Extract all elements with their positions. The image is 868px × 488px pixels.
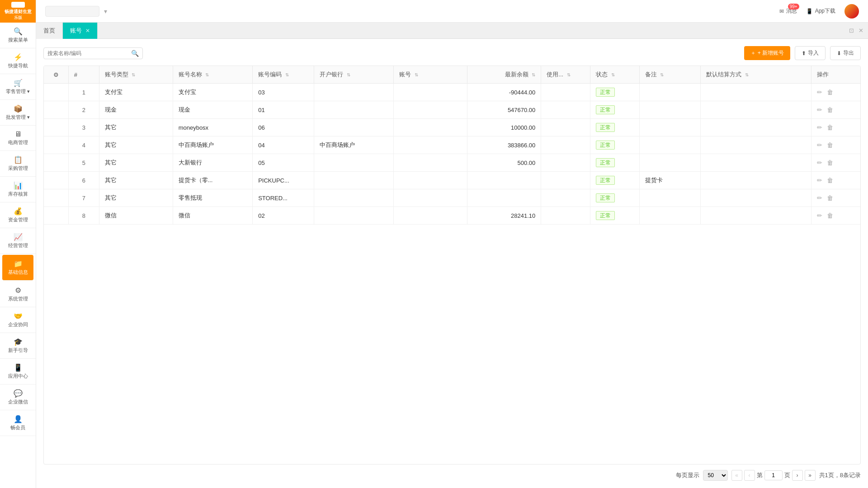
action-icons: ✏ 🗑	[817, 177, 855, 184]
sidebar-item-guide[interactable]: 🎓 新手引导	[0, 333, 36, 359]
delete-icon[interactable]: 🗑	[827, 177, 833, 184]
tab-home[interactable]: 首页	[36, 23, 63, 39]
row-action-cell: ✏ 🗑	[811, 172, 860, 189]
sidebar-item-basic[interactable]: 📁 基础信息	[2, 255, 33, 281]
col-default[interactable]: 默认结算方式 ⇅	[701, 66, 811, 84]
col-code[interactable]: 账号编码 ⇅	[253, 66, 314, 84]
sidebar-item-operations[interactable]: 📈 经营管理	[0, 228, 36, 254]
row-name-cell: 中百商场账户	[173, 136, 253, 154]
row-settings-cell	[44, 189, 68, 207]
delete-icon[interactable]: 🗑	[827, 124, 833, 131]
delete-icon[interactable]: 🗑	[827, 212, 833, 219]
member-icon: 👤	[2, 415, 33, 423]
message-button[interactable]: ✉ 消息 99+	[779, 7, 797, 15]
row-num-cell: 1	[68, 84, 99, 101]
page-number-input[interactable]	[764, 470, 783, 480]
avatar[interactable]	[844, 4, 859, 19]
col-bank[interactable]: 开户银行 ⇅	[314, 66, 394, 84]
delete-icon[interactable]: 🗑	[827, 194, 833, 202]
row-name-cell: moneybosx	[173, 119, 253, 136]
row-balance-cell: -90444.00	[467, 84, 541, 101]
sidebar-item-wholesale[interactable]: 📦 批发管理 ▾	[0, 100, 36, 126]
status-badge: 正常	[596, 105, 615, 114]
tab-accounts[interactable]: 账号 ✕	[63, 23, 98, 39]
row-num-cell: 5	[68, 154, 99, 172]
window-close-icon[interactable]: ✕	[859, 27, 863, 34]
col-action: 操作	[811, 66, 860, 84]
sidebar-item-appcenter[interactable]: 📱 应用中心	[0, 359, 36, 385]
edit-icon[interactable]: ✏	[817, 159, 822, 166]
row-name-cell: 提货卡（零...	[173, 172, 253, 189]
col-num: #	[68, 66, 99, 84]
row-use-cell	[541, 101, 590, 119]
prev-page-button[interactable]: ‹	[744, 470, 755, 481]
col-use[interactable]: 使用... ⇅	[541, 66, 590, 84]
sidebar-item-member[interactable]: 👤 畅会员	[0, 410, 36, 436]
col-balance[interactable]: 最新余额 ⇅	[467, 66, 541, 84]
row-action-cell: ✏ 🗑	[811, 136, 860, 154]
sidebar-item-search[interactable]: 🔍 搜索菜单	[0, 23, 36, 48]
topbar-search-input[interactable]	[45, 6, 99, 17]
col-type[interactable]: 账号类型 ⇅	[99, 66, 173, 84]
page-size-select[interactable]: 50 100 200	[703, 470, 728, 481]
window-restore-icon[interactable]: ⊡	[849, 27, 854, 34]
col-account[interactable]: 账号 ⇅	[394, 66, 467, 84]
row-status-cell: 正常	[590, 136, 639, 154]
first-page-button[interactable]: «	[731, 470, 742, 481]
col-settings[interactable]: ⚙	[44, 66, 68, 84]
row-balance-cell	[467, 189, 541, 207]
delete-icon[interactable]: 🗑	[827, 106, 833, 113]
sidebar-item-agreement[interactable]: 🤝 企业协同	[0, 307, 36, 333]
tab-accounts-close[interactable]: ✕	[85, 28, 90, 34]
col-status[interactable]: 状态 ⇅	[590, 66, 639, 84]
col-name[interactable]: 账号名称 ⇅	[173, 66, 253, 84]
search-submit-icon[interactable]: 🔍	[131, 50, 139, 57]
action-icons: ✏ 🗑	[817, 106, 855, 113]
row-account-cell	[394, 154, 467, 172]
action-icons: ✏ 🗑	[817, 212, 855, 219]
delete-icon[interactable]: 🗑	[827, 159, 833, 166]
add-account-button[interactable]: ＋ + 新增账号	[744, 46, 790, 60]
row-account-cell	[394, 207, 467, 225]
row-code-cell: 05	[253, 154, 314, 172]
edit-icon[interactable]: ✏	[817, 124, 822, 131]
sidebar-item-finance[interactable]: 💰 资金管理	[0, 202, 36, 228]
col-remark[interactable]: 备注 ⇅	[639, 66, 701, 84]
sidebar-item-inventory[interactable]: 📊 库存核算	[0, 177, 36, 202]
message-badge: 99+	[788, 4, 799, 9]
table-row: 2 现金 现金 01 547670.00 正常 ✏ 🗑	[44, 101, 860, 119]
last-page-button[interactable]: »	[805, 470, 816, 481]
row-default-cell	[701, 84, 811, 101]
sidebar-item-purchase[interactable]: 📋 采购管理	[0, 151, 36, 177]
next-page-button[interactable]: ›	[792, 470, 803, 481]
sidebar-item-shortcut[interactable]: ⚡ 快捷导航	[0, 48, 36, 74]
logo-text: 畅捷通财生意	[5, 9, 32, 15]
shortcut-icon: ⚡	[2, 53, 33, 61]
sidebar-item-ecommerce[interactable]: 🖥 电商管理	[0, 126, 36, 151]
edit-icon[interactable]: ✏	[817, 89, 822, 96]
topbar-dropdown-icon[interactable]: ▾	[104, 8, 107, 15]
delete-icon[interactable]: 🗑	[827, 89, 833, 96]
search-input[interactable]	[47, 50, 131, 56]
app-download-button[interactable]: 📱 App下载	[806, 7, 835, 15]
logo-icon	[11, 2, 25, 8]
edit-icon[interactable]: ✏	[817, 106, 822, 113]
row-balance-cell: 28241.10	[467, 207, 541, 225]
row-type-cell: 其它	[99, 172, 173, 189]
sidebar-item-label: 电商管理	[8, 140, 28, 145]
export-button[interactable]: ⬇ 导出	[830, 46, 861, 60]
sidebar-item-label: 快捷导航	[8, 63, 28, 68]
edit-icon[interactable]: ✏	[817, 141, 822, 149]
sidebar-item-label: 库存核算	[8, 191, 28, 197]
sidebar-item-retail[interactable]: 🛒 零售管理 ▾	[0, 74, 36, 100]
sidebar-item-system[interactable]: ⚙ 系统管理	[0, 282, 36, 307]
row-use-cell	[541, 136, 590, 154]
edit-icon[interactable]: ✏	[817, 194, 822, 202]
sidebar-item-wechat[interactable]: 💬 企业微信	[0, 385, 36, 410]
edit-icon[interactable]: ✏	[817, 177, 822, 184]
delete-icon[interactable]: 🗑	[827, 141, 833, 149]
tab-controls: ⊡ ✕	[98, 27, 868, 34]
edit-icon[interactable]: ✏	[817, 212, 822, 219]
agreement-icon: 🤝	[2, 312, 33, 320]
import-button[interactable]: ⬆ 导入	[795, 46, 826, 60]
